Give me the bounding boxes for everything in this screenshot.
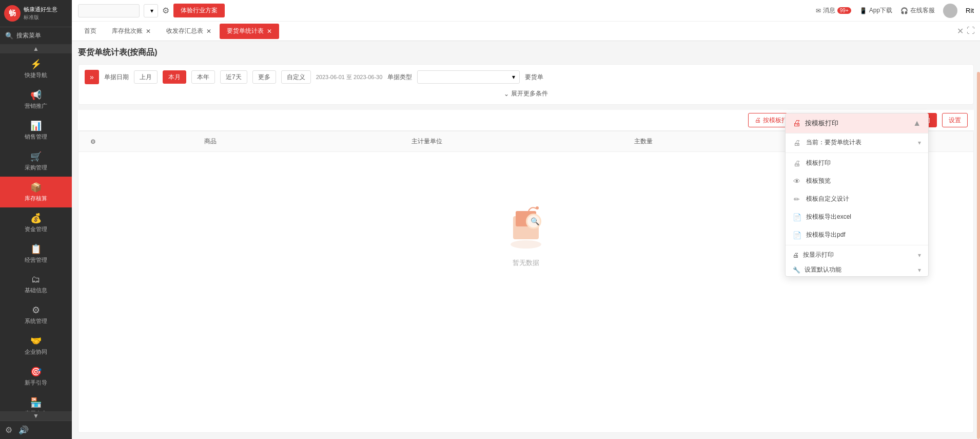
online-service-label: 在线客服 bbox=[910, 6, 935, 15]
purchase-icon: 🛒 bbox=[30, 151, 42, 162]
filter-date-custom[interactable]: 自定义 bbox=[281, 70, 311, 84]
sidebar-search-label: 搜索菜单 bbox=[16, 31, 41, 40]
sidebar-item-label: 库存核算 bbox=[25, 195, 47, 202]
sidebar-item-newbie[interactable]: 🎯 新手引导 bbox=[0, 361, 72, 392]
tab-inventory-batch-close[interactable]: ✕ bbox=[146, 28, 151, 35]
dropdown-template-excel[interactable]: 📄 按模板导出excel bbox=[786, 208, 928, 226]
dropdown-template-custom[interactable]: ✏ 模板自定义设计 bbox=[786, 190, 928, 208]
topbar-dropdown[interactable]: ▾ bbox=[144, 4, 158, 17]
sidebar-item-basic[interactable]: 🗂 基础信息 bbox=[0, 269, 72, 299]
quick-nav-icon: ⚡ bbox=[30, 59, 42, 70]
dropdown-default-function-icon: 🔧 bbox=[793, 266, 800, 274]
page-title: 要货单统计表(按商品) bbox=[78, 47, 974, 58]
dropdown-title: 按模板打印 bbox=[805, 119, 838, 128]
sidebar-bottom: ⚙ 🔊 bbox=[0, 421, 72, 439]
dropdown-close-btn[interactable]: ▲ bbox=[913, 119, 921, 128]
sidebar-item-finance[interactable]: 💰 资金管理 bbox=[0, 207, 72, 238]
settings-btn[interactable]: 设置 bbox=[942, 113, 968, 127]
tab-expand[interactable]: ⛶ bbox=[967, 26, 975, 36]
sidebar-scroll-down[interactable]: ▼ bbox=[0, 411, 72, 421]
experience-btn[interactable]: 体验行业方案 bbox=[173, 4, 225, 17]
dropdown-display-print-icon: 🖨 bbox=[793, 252, 799, 259]
settings-bottom-btn[interactable]: ⚙ bbox=[5, 425, 12, 435]
filter-category-label: 要货单 bbox=[525, 73, 543, 82]
logo-icon: 畅 bbox=[4, 5, 21, 22]
tab-collection-summary-close[interactable]: ✕ bbox=[206, 28, 211, 35]
svg-point-0 bbox=[511, 240, 541, 249]
filter-date-this-month[interactable]: 本月 bbox=[163, 70, 186, 84]
tab-order-stats[interactable]: 要货单统计表 ✕ bbox=[220, 24, 279, 39]
sidebar-scroll-up[interactable]: ▲ bbox=[0, 44, 72, 53]
dropdown-template-preview[interactable]: 👁 模板预览 bbox=[786, 172, 928, 190]
sidebar-search[interactable]: 🔍 搜索菜单 bbox=[0, 27, 72, 44]
filter-date-7days[interactable]: 近7天 bbox=[220, 70, 247, 84]
app-download-btn[interactable]: 📱 App下载 bbox=[859, 6, 892, 15]
filter-date-prev-month[interactable]: 上月 bbox=[134, 70, 158, 84]
filter-bar: » 单据日期 上月 本月 本年 近7天 更多 自定义 2023-06-01 至 … bbox=[78, 64, 974, 105]
filter-type-select[interactable]: ▾ bbox=[417, 70, 520, 84]
sidebar-item-sales[interactable]: 📊 销售管理 bbox=[0, 115, 72, 146]
dropdown-display-print[interactable]: 🖨 按显示打印 ▾ bbox=[786, 246, 928, 261]
filter-row: » 单据日期 上月 本月 本年 近7天 更多 自定义 2023-06-01 至 … bbox=[85, 70, 967, 84]
filter-type-label: 单据类型 bbox=[387, 73, 412, 82]
app-logo: 畅 畅康通好生意 标准版 bbox=[0, 0, 72, 27]
newbie-icon: 🎯 bbox=[30, 366, 42, 377]
sidebar-item-label: 资金管理 bbox=[25, 225, 47, 233]
message-icon: ✉ bbox=[816, 7, 821, 14]
collab-icon: 🤝 bbox=[30, 335, 42, 347]
tab-home[interactable]: 首页 bbox=[77, 24, 104, 39]
filter-date-more[interactable]: 更多 bbox=[252, 70, 276, 84]
sidebar-item-label: 采购管理 bbox=[25, 164, 47, 171]
messages-btn[interactable]: ✉ 消息 99+ bbox=[816, 6, 851, 15]
dropdown-display-print-label: 按显示打印 bbox=[803, 251, 834, 259]
resize-handle[interactable] bbox=[977, 72, 980, 439]
empty-text: 暂无数据 bbox=[513, 258, 539, 268]
sidebar-item-collab[interactable]: 🤝 企业协同 bbox=[0, 330, 72, 361]
online-service-btn[interactable]: 🎧 在线客服 bbox=[900, 6, 935, 15]
svg-text:🔍: 🔍 bbox=[531, 217, 540, 226]
app-download-label: App下载 bbox=[869, 6, 892, 15]
audio-bottom-btn[interactable]: 🔊 bbox=[18, 425, 29, 435]
sidebar-item-quick-nav[interactable]: ⚡ 快捷导航 bbox=[0, 53, 72, 84]
expand-row: ⌄ 展开更多条件 bbox=[85, 88, 967, 99]
sidebar-item-label: 企业协同 bbox=[25, 348, 47, 356]
service-icon: 🎧 bbox=[900, 7, 908, 14]
dropdown-template-pdf[interactable]: 📄 按模板导出pdf bbox=[786, 226, 928, 244]
col-gear[interactable]: ⚙ bbox=[84, 138, 102, 145]
tab-order-stats-close[interactable]: ✕ bbox=[267, 28, 272, 35]
dropdown-current-item[interactable]: 🖨 当前：要货单统计表 ▾ bbox=[786, 133, 928, 151]
sidebar-item-marketing[interactable]: 📢 营销推广 bbox=[0, 84, 72, 115]
dropdown-template-preview-icon: 👁 bbox=[793, 177, 801, 185]
dropdown-template-print-label: 模板打印 bbox=[806, 159, 831, 167]
topbar-gear-icon[interactable]: ⚙ bbox=[162, 6, 169, 15]
sidebar-item-label: 新手引导 bbox=[25, 379, 47, 387]
sidebar-item-inventory[interactable]: 📦 库存核算 bbox=[0, 177, 72, 207]
filter-toggle-btn[interactable]: » bbox=[85, 70, 99, 84]
dropdown-template-pdf-icon: 📄 bbox=[793, 231, 801, 239]
finance-icon: 💰 bbox=[30, 213, 42, 224]
expand-more-btn[interactable]: ⌄ 展开更多条件 bbox=[500, 88, 552, 99]
sidebar-item-system[interactable]: ⚙ 系统管理 bbox=[0, 299, 72, 330]
topbar-search-input[interactable] bbox=[78, 4, 140, 17]
col-quantity: 主数量 bbox=[535, 137, 752, 146]
tab-close-all[interactable]: ✕ bbox=[957, 26, 964, 36]
sidebar-item-label: 经营管理 bbox=[25, 256, 47, 264]
topbar: ▾ ⚙ 体验行业方案 ✉ 消息 99+ 📱 App下载 🎧 在线客服 Rit bbox=[72, 0, 980, 22]
sidebar-item-operations[interactable]: 📋 经营管理 bbox=[0, 238, 72, 269]
avatar[interactable] bbox=[943, 4, 957, 18]
dropdown-default-function[interactable]: 🔧 设置默认功能 ▾ bbox=[786, 261, 928, 276]
sidebar-item-appstore[interactable]: 🏪 应用中心 bbox=[0, 392, 72, 411]
filter-date-this-year[interactable]: 本年 bbox=[191, 70, 215, 84]
messages-label: 消息 bbox=[823, 6, 835, 15]
tab-inventory-batch[interactable]: 库存批次账 ✕ bbox=[105, 24, 158, 39]
dropdown-template-print-icon: 🖨 bbox=[793, 159, 801, 167]
dropdown-template-excel-icon: 📄 bbox=[793, 213, 801, 221]
tab-order-stats-label: 要货单统计表 bbox=[227, 27, 264, 35]
filter-date-range: 2023-06-01 至 2023-06-30 bbox=[316, 73, 383, 81]
filter-type-chevron-icon: ▾ bbox=[512, 73, 515, 81]
dropdown-template-print[interactable]: 🖨 模板打印 bbox=[786, 154, 928, 172]
tab-collection-summary[interactable]: 收发存汇总表 ✕ bbox=[159, 24, 219, 39]
printer-icon: 🖨 bbox=[755, 117, 761, 124]
sidebar-item-purchase[interactable]: 🛒 采购管理 bbox=[0, 146, 72, 177]
svg-point-6 bbox=[536, 206, 539, 209]
